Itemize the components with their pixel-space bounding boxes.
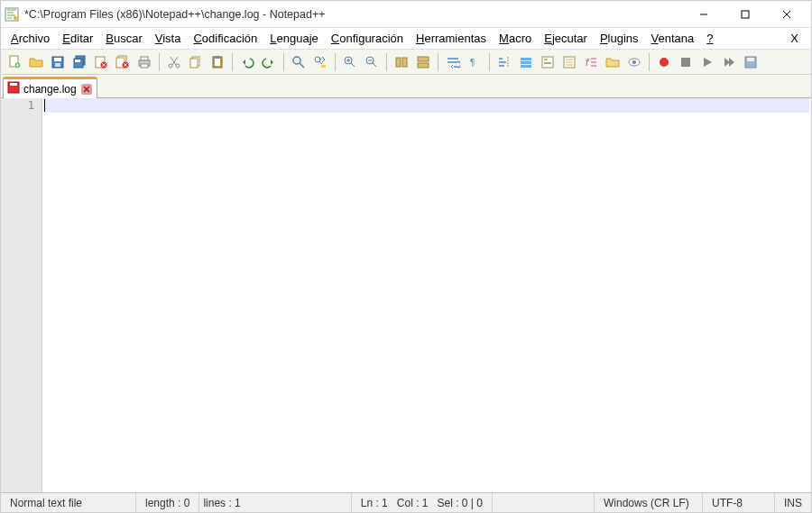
menubar: Archivo Editar Buscar Vista Codificación… (1, 28, 811, 50)
menu-buscar[interactable]: Buscar (99, 30, 148, 47)
status-encoding[interactable]: UTF-8 (703, 493, 775, 512)
word-wrap-icon[interactable] (443, 52, 463, 72)
menu-editar[interactable]: Editar (56, 30, 99, 47)
find-icon[interactable] (289, 52, 309, 72)
copy-icon[interactable] (186, 52, 206, 72)
menu-x-button[interactable]: X (781, 30, 807, 47)
close-file-icon[interactable] (91, 52, 111, 72)
svg-point-48 (632, 60, 636, 64)
tab-label: change.log (23, 83, 77, 96)
status-eol[interactable]: Windows (CR LF) (595, 493, 703, 512)
indent-guide-icon[interactable] (494, 52, 514, 72)
svg-rect-3 (742, 11, 749, 18)
svg-line-36 (373, 63, 376, 67)
zoom-in-icon[interactable] (340, 52, 360, 72)
doc-map-icon[interactable] (538, 52, 558, 72)
save-icon[interactable] (48, 52, 68, 72)
new-file-icon[interactable] (5, 52, 24, 72)
titlebar: *C:\Program Files (x86)\Notepad++\change… (1, 1, 811, 28)
svg-rect-28 (215, 56, 220, 59)
menu-macro[interactable]: Macro (493, 30, 538, 47)
menu-configuracion[interactable]: Configuración (325, 30, 410, 47)
open-file-icon[interactable] (26, 52, 46, 72)
app-icon (5, 7, 19, 22)
svg-line-34 (351, 63, 355, 67)
toolbar-separator (335, 53, 336, 71)
text-editor[interactable] (42, 98, 811, 492)
svg-point-29 (293, 57, 300, 64)
svg-rect-37 (396, 58, 401, 67)
svg-rect-50 (681, 58, 690, 67)
svg-rect-43 (544, 59, 548, 60)
maximize-button[interactable] (724, 1, 766, 28)
record-macro-icon[interactable] (654, 52, 674, 72)
play-macro-icon[interactable] (697, 52, 717, 72)
menu-archivo[interactable]: Archivo (5, 30, 56, 47)
svg-rect-38 (402, 58, 407, 67)
window-buttons (683, 1, 807, 28)
print-icon[interactable] (134, 52, 154, 72)
undo-icon[interactable] (237, 52, 257, 72)
window-title: *C:\Program Files (x86)\Notepad++\change… (24, 8, 683, 21)
menu-plugins[interactable]: Plugins (594, 30, 645, 47)
svg-rect-13 (75, 60, 80, 62)
save-all-icon[interactable] (69, 52, 89, 72)
svg-point-49 (660, 58, 669, 67)
status-length: length : 0 (136, 493, 199, 512)
cut-icon[interactable] (164, 52, 184, 72)
svg-rect-52 (747, 58, 754, 61)
tab-close-icon[interactable] (80, 83, 93, 96)
svg-rect-54 (10, 83, 17, 86)
svg-line-30 (300, 63, 304, 68)
playx-macro-icon[interactable] (719, 52, 739, 72)
editor-area: 1 (1, 98, 811, 492)
file-dirty-icon (7, 81, 20, 96)
sync-hscroll-icon[interactable] (413, 52, 433, 72)
menu-lenguaje[interactable]: Lenguaje (263, 30, 325, 47)
line-number-gutter: 1 (1, 98, 42, 492)
status-filetype: Normal text file (1, 493, 136, 512)
redo-icon[interactable] (259, 52, 279, 72)
zoom-out-icon[interactable] (362, 52, 382, 72)
toolbar-separator (438, 53, 438, 71)
line-number: 1 (1, 98, 34, 113)
menu-ejecutar[interactable]: Ejecutar (538, 30, 594, 47)
svg-rect-32 (321, 65, 326, 68)
status-ln: Ln : 1 (352, 493, 397, 512)
svg-rect-25 (190, 59, 198, 68)
all-chars-icon[interactable]: ¶ (465, 52, 484, 72)
menu-ayuda[interactable]: ? (700, 30, 719, 47)
replace-icon[interactable] (310, 52, 330, 72)
monitoring-icon[interactable] (624, 52, 644, 72)
minimize-button[interactable] (683, 1, 724, 28)
menu-codificacion[interactable]: Codificación (187, 30, 263, 47)
menu-ventana[interactable]: Ventana (645, 30, 701, 47)
svg-rect-19 (141, 57, 148, 60)
status-col: Col : 1 (397, 493, 438, 512)
close-button[interactable] (766, 1, 807, 28)
svg-rect-9 (54, 58, 61, 61)
folder-workspace-icon[interactable] (603, 52, 623, 72)
toolbar-separator (159, 53, 160, 71)
status-ins[interactable]: INS (775, 493, 811, 512)
svg-point-22 (169, 64, 172, 68)
status-lines: lines : 1 (199, 493, 249, 512)
sync-vscroll-icon[interactable] (392, 52, 411, 72)
doc-list-icon[interactable] (559, 52, 579, 72)
paste-icon[interactable] (208, 52, 227, 72)
stop-macro-icon[interactable] (676, 52, 696, 72)
svg-rect-39 (418, 57, 429, 61)
svg-rect-21 (141, 64, 148, 68)
tab-change-log[interactable]: change.log (3, 77, 97, 98)
close-all-icon[interactable] (113, 52, 133, 72)
svg-text:¶: ¶ (470, 58, 475, 68)
function-list-icon[interactable]: f (581, 52, 601, 72)
statusbar: Normal text file length : 0 lines : 1 Ln… (1, 492, 811, 512)
menu-herramientas[interactable]: Herramientas (410, 30, 493, 47)
toolbar: ¶ f (1, 50, 811, 75)
user-lang-icon[interactable] (516, 52, 536, 72)
menu-vista[interactable]: Vista (149, 30, 188, 47)
toolbar-separator (283, 53, 284, 71)
save-macro-icon[interactable] (741, 52, 761, 72)
svg-point-1 (14, 16, 17, 20)
